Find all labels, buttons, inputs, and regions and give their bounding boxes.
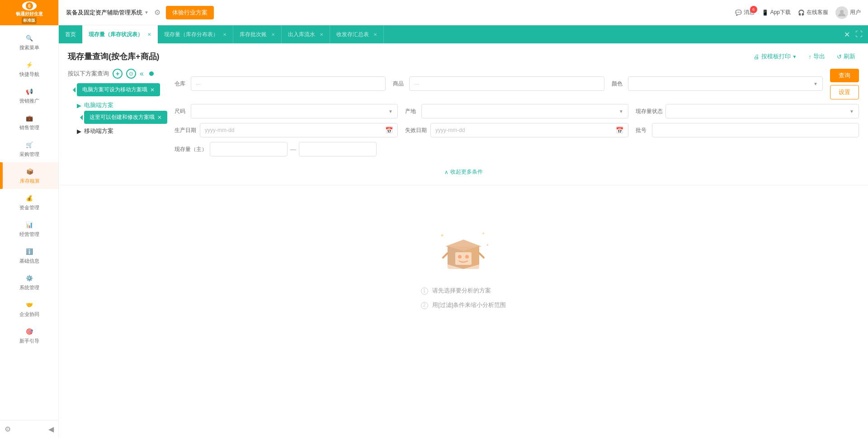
exp-date-label: 失效日期 [405, 127, 428, 134]
tab-home-label: 首页 [65, 31, 76, 38]
warehouse-select[interactable]: ··· [191, 76, 386, 91]
sidebar-item-purchase[interactable]: 🛒 采购管理 [0, 136, 58, 162]
svg-text:✦: ✦ [486, 243, 489, 247]
sidebar-item-cooperation[interactable]: 🤝 企业协同 [0, 296, 58, 322]
tab-close-icon[interactable]: ✕ [271, 32, 275, 37]
headset-icon: 🎧 [798, 9, 805, 16]
sidebar-item-finance[interactable]: 💰 资金管理 [0, 189, 58, 216]
product-label: 商品 [393, 80, 406, 88]
inv-range-min[interactable] [210, 142, 288, 156]
tab-close-all-icon[interactable]: ✕ [842, 28, 852, 41]
header-right: 💬 6 消息 📱 App下载 🎧 在线客服 用户 [735, 6, 861, 19]
sidebar-item-sales[interactable]: 💼 销售管理 [0, 109, 58, 136]
sidebar-item-inventory[interactable]: 📦 库存核算 [0, 162, 58, 189]
print-btn[interactable]: 🖨 按模板打印 ▼ [750, 51, 801, 62]
filter-fields: 仓库 ··· 商品 ··· [175, 68, 859, 161]
collapse-btn[interactable]: ∧ 收起更多条件 [68, 165, 859, 179]
page-actions: 🖨 按模板打印 ▼ ↑ 导出 ↺ 刷新 [750, 51, 859, 62]
schema-label: 移动端方案 [84, 127, 113, 135]
tab-close-icon[interactable]: ✕ [320, 32, 323, 37]
schema-panel: 按以下方案查询 + ⊙ « 电脑方案可设为移动方案哦 ✕ [68, 68, 167, 137]
tooltip-pc-close[interactable]: ✕ [150, 87, 155, 93]
sidebar-item-info[interactable]: ℹ️ 基础信息 [0, 242, 58, 269]
tab-close-icon[interactable]: ✕ [223, 32, 226, 37]
svg-point-5 [458, 255, 462, 259]
system-selector[interactable]: 装备及固定资产辅助管理系统 ▼ [66, 9, 149, 17]
svg-line-8 [479, 253, 484, 258]
filter-label: 按以下方案查询 [68, 70, 109, 78]
settings-icon[interactable]: ⚙ [154, 8, 160, 17]
tab-inventory-status[interactable]: 现存量（库存状况表） ✕ [82, 25, 158, 43]
back-schema-btn[interactable]: « [140, 70, 144, 78]
avatar [835, 6, 848, 19]
filter-warehouse: 仓库 ··· [175, 76, 386, 91]
inv-range-max[interactable] [299, 142, 377, 156]
tab-fullscreen-icon[interactable]: ⛶ [854, 28, 864, 40]
product-select[interactable]: ··· [409, 76, 604, 91]
prod-date-input[interactable]: yyyy-mm-dd 📅 [200, 123, 398, 137]
online-support-item[interactable]: 🎧 在线客服 [798, 9, 828, 16]
user-item[interactable]: 用户 [835, 6, 861, 19]
message-item[interactable]: 💬 6 消息 [735, 9, 755, 16]
tab-inout-flow[interactable]: 出入库流水 ✕ [282, 25, 330, 43]
tooltip-edit-close[interactable]: ✕ [157, 114, 162, 121]
cooperation-icon: 🤝 [25, 300, 34, 309]
sidebar: 6 畅通好好生意 标准版 🔍 搜索菜单 ⚡ 快捷导航 📢 营销推广 💼 销售管理… [0, 0, 59, 438]
origin-select[interactable]: ▼ [421, 104, 628, 118]
settings-icon[interactable]: ⚙ [5, 425, 11, 433]
size-select[interactable]: ▼ [191, 104, 398, 118]
tab-inventory-distribution[interactable]: 现存量（库存分布表） ✕ [158, 25, 233, 43]
logo-badge: 标准版 [22, 17, 37, 24]
tab-summary[interactable]: 收发存汇总表 ✕ [330, 25, 384, 43]
exp-date-input[interactable]: yyyy-mm-dd 📅 [430, 123, 628, 137]
system-icon: ⚙️ [25, 273, 34, 283]
empty-tip-2: 2 用[过滤]条件来缩小分析范围 [421, 299, 506, 311]
sidebar-item-label: 企业协同 [19, 311, 39, 318]
inv-status-select[interactable]: ▼ [665, 104, 859, 118]
tab-home[interactable]: 首页 [59, 25, 82, 43]
add-schema-btn[interactable]: + [113, 69, 123, 79]
query-btn[interactable]: 查询 [830, 69, 859, 82]
color-select[interactable]: ▼ [628, 76, 823, 91]
copy-schema-btn[interactable]: ⊙ [126, 69, 136, 79]
app-download-item[interactable]: 📱 App下载 [762, 9, 791, 16]
refresh-btn[interactable]: ↺ 刷新 [833, 51, 859, 62]
filter-exp-date: 失效日期 yyyy-mm-dd 📅 [405, 123, 628, 137]
sidebar-item-navigation[interactable]: ⚡ 快捷导航 [0, 56, 58, 82]
exp-date-placeholder: yyyy-mm-dd [435, 127, 465, 133]
schema-item-mobile[interactable]: ▶ 移动端方案 [77, 126, 167, 137]
svg-text:6: 6 [28, 4, 31, 9]
tab-close-icon[interactable]: ✕ [147, 32, 151, 37]
industry-btn[interactable]: 体验行业方案 [166, 6, 214, 19]
finance-icon: 💰 [25, 193, 34, 203]
reset-btn[interactable]: 设置 [830, 85, 859, 99]
tab-batch-account[interactable]: 库存批次账 ✕ [233, 25, 282, 43]
size-label: 尺码 [175, 108, 188, 115]
collapse-label: 收起更多条件 [450, 168, 483, 176]
results-area: ✦ ✦ ✦ 1 请先选择要分析的方案 2 用[过滤]条件来缩小分析范围 [59, 185, 868, 347]
export-btn[interactable]: ↑ 导出 [805, 51, 829, 62]
guide-icon: 🎯 [25, 327, 34, 336]
range-dash: — [290, 146, 296, 153]
export-label: 导出 [813, 52, 825, 61]
tab-close-icon[interactable]: ✕ [373, 32, 377, 37]
sidebar-item-marketing[interactable]: 📢 营销推广 [0, 82, 58, 109]
calendar-icon: 📅 [385, 127, 393, 134]
sidebar-item-label: 新手引导 [19, 338, 39, 344]
size-arrow: ▼ [388, 109, 393, 114]
message-badge: 6 [750, 6, 757, 13]
sidebar-item-search[interactable]: 🔍 搜索菜单 [0, 29, 58, 56]
tab-label: 出入库流水 [288, 31, 315, 38]
schema-item-pc[interactable]: ▶ 电脑端方案 [77, 100, 167, 111]
tab-label: 库存批次账 [240, 31, 267, 38]
navigation-icon: ⚡ [25, 60, 34, 69]
sidebar-item-system[interactable]: ⚙️ 系统管理 [0, 269, 58, 296]
sidebar-item-guide[interactable]: 🎯 新手引导 [0, 322, 58, 349]
batch-input[interactable] [652, 123, 859, 137]
collapse-sidebar-icon[interactable]: ◀ [48, 425, 54, 433]
tooltip-edit: 这里可以创建和修改方案哦 ✕ [84, 111, 167, 124]
sidebar-item-management[interactable]: 📊 经营管理 [0, 216, 58, 242]
query-buttons: 查询 设置 [830, 68, 859, 99]
calendar-icon: 📅 [616, 127, 623, 134]
batch-label: 批号 [636, 127, 649, 134]
